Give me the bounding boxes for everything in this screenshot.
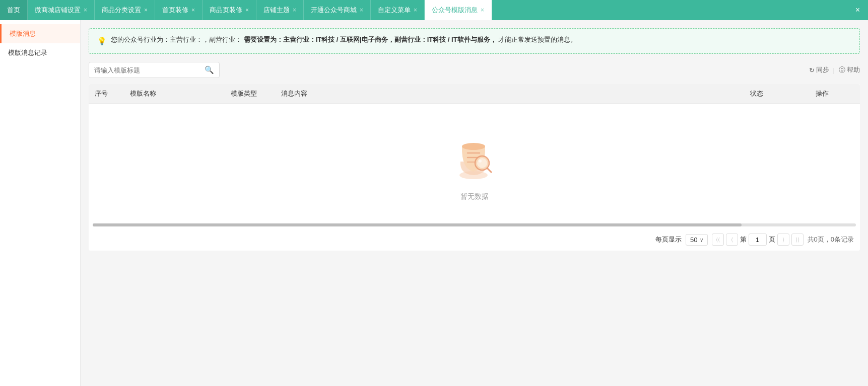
tab-shop-theme[interactable]: 店铺主题 × <box>256 0 304 20</box>
tab-wsc-settings[interactable]: 微商城店铺设置 × <box>28 0 95 20</box>
sync-button[interactable]: ↻ 同步 <box>809 65 829 74</box>
content-area: 💡 您的公众号行业为：主营行业：，副营行业： 需要设置为：主营行业：IT科技 /… <box>81 20 868 386</box>
close-tab-template[interactable]: × <box>481 7 484 14</box>
pagination-row: 每页显示 50 ∨ ⟨⟨ ⟨ 第 页 ⟩ ⟩⟩ 共0页，0条记录 <box>89 228 860 251</box>
data-table: 序号 模版名称 模版类型 消息内容 状态 操作 <box>89 84 860 221</box>
col-type: 模版类型 <box>225 84 275 104</box>
close-tab-home-decor[interactable]: × <box>191 7 195 14</box>
col-action: 操作 <box>810 84 860 104</box>
svg-point-6 <box>477 158 487 168</box>
scrollbar-track <box>93 223 856 226</box>
page-navigation: ⟨⟨ ⟨ 第 页 ⟩ ⟩⟩ <box>712 234 804 246</box>
close-tab-wsc[interactable]: × <box>84 7 87 14</box>
tab-custom-menu[interactable]: 自定义菜单 × <box>371 0 425 20</box>
col-status: 状态 <box>744 84 810 104</box>
first-page-button[interactable]: ⟨⟨ <box>712 234 724 246</box>
close-tab-custom-menu[interactable]: × <box>414 7 417 14</box>
empty-illustration <box>449 134 500 184</box>
search-button[interactable]: 🔍 <box>199 62 219 78</box>
page-before-label: 第 <box>740 235 747 244</box>
col-content: 消息内容 <box>275 84 744 104</box>
svg-point-8 <box>479 160 482 163</box>
alert-icon: 💡 <box>97 35 107 47</box>
empty-state-row: 暂无数据 <box>89 104 860 222</box>
col-seq: 序号 <box>89 84 124 104</box>
sidebar-item-template-record[interactable]: 模版消息记录 <box>0 43 80 62</box>
tab-home[interactable]: 首页 <box>0 0 28 20</box>
close-tab-category[interactable]: × <box>144 7 148 14</box>
toolbar-right: ↻ 同步 | ⓪ 帮助 <box>809 65 860 74</box>
close-tab-shop-theme[interactable]: × <box>293 7 296 14</box>
help-icon: ⓪ <box>839 65 845 74</box>
toolbar-divider: | <box>833 66 835 74</box>
tab-home-decor[interactable]: 首页装修 × <box>155 0 203 20</box>
next-page-button[interactable]: ⟩ <box>777 234 789 246</box>
current-page-input[interactable] <box>749 234 767 246</box>
page-size-value: 50 <box>690 236 697 244</box>
table-header-row: 序号 模版名称 模版类型 消息内容 状态 操作 <box>89 84 860 104</box>
close-tab-product-decor[interactable]: × <box>245 7 249 14</box>
last-page-button[interactable]: ⟩⟩ <box>791 234 804 246</box>
search-row: 🔍 ↻ 同步 | ⓪ 帮助 <box>89 62 860 78</box>
tab-template-msg[interactable]: 公众号模版消息 × <box>425 0 492 20</box>
industry-alert: 💡 您的公众号行业为：主营行业：，副营行业： 需要设置为：主营行业：IT科技 /… <box>89 28 860 54</box>
table-scrollbar[interactable] <box>89 221 860 228</box>
search-input-wrap: 🔍 <box>89 62 220 78</box>
page-size-selector[interactable]: 50 ∨ <box>686 234 707 246</box>
scrollbar-thumb <box>93 223 742 226</box>
tab-product-category[interactable]: 商品分类设置 × <box>95 0 155 20</box>
tab-open-mall[interactable]: 开通公众号商城 × <box>304 0 371 20</box>
svg-line-7 <box>487 168 491 172</box>
global-close-button[interactable]: × <box>847 0 868 20</box>
help-button[interactable]: ⓪ 帮助 <box>839 65 860 74</box>
page-after-label: 页 <box>769 235 775 244</box>
dropdown-icon: ∨ <box>700 237 703 243</box>
table-container: 序号 模版名称 模版类型 消息内容 状态 操作 <box>89 84 860 251</box>
empty-text: 暂无数据 <box>460 192 489 201</box>
main-layout: 模版消息 模版消息记录 💡 您的公众号行业为：主营行业：，副营行业： 需要设置为… <box>0 20 868 386</box>
col-name: 模版名称 <box>124 84 225 104</box>
page-size-label: 每页显示 <box>655 235 682 244</box>
empty-cell: 暂无数据 <box>89 104 860 222</box>
search-input[interactable] <box>89 63 199 77</box>
close-tab-open-mall[interactable]: × <box>360 7 363 14</box>
total-info: 共0页，0条记录 <box>808 235 854 244</box>
prev-page-button[interactable]: ⟨ <box>726 234 738 246</box>
top-nav: 首页 微商城店铺设置 × 商品分类设置 × 首页装修 × 商品页装修 × 店铺主… <box>0 0 868 20</box>
alert-text: 您的公众号行业为：主营行业：，副营行业： 需要设置为：主营行业：IT科技 / 互… <box>111 35 577 45</box>
sidebar-item-template-msg[interactable]: 模版消息 <box>0 24 80 43</box>
tab-product-decor[interactable]: 商品页装修 × <box>203 0 256 20</box>
svg-point-1 <box>462 143 485 150</box>
empty-state: 暂无数据 <box>89 104 860 221</box>
sync-icon: ↻ <box>809 66 815 74</box>
sidebar: 模版消息 模版消息记录 <box>0 20 81 386</box>
